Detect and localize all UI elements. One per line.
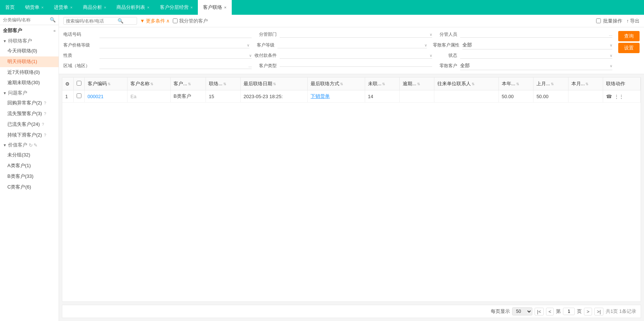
sidebar-item-b-class[interactable]: B类客户(33): [0, 171, 59, 182]
row-customer-type: B类客户: [171, 90, 206, 103]
nature-select[interactable]: ∨: [99, 53, 252, 59]
refresh-icon[interactable]: ↻: [29, 142, 33, 148]
sidebar-item-overdue-contact[interactable]: 逾期未联络(30): [0, 77, 59, 88]
contact-method-link[interactable]: 下销货单: [311, 93, 330, 99]
area-select[interactable]: ...: [99, 63, 252, 69]
sidebar-search-input[interactable]: [3, 17, 50, 23]
close-product-list-tab[interactable]: ×: [147, 5, 149, 10]
page-size-select[interactable]: 50 100 200: [512, 307, 532, 315]
filter-panel: 电话号码 分管部门 ∨ 分管人员 ... 客户价格等级: [59, 27, 644, 74]
row-last-contact-method[interactable]: 下销货单: [308, 90, 365, 103]
row-uncontacted: 14: [365, 90, 399, 103]
help-icon-1: ?: [44, 101, 46, 105]
sort-icon-year: ⇅: [516, 82, 519, 86]
query-button[interactable]: 查询: [618, 31, 640, 41]
more-icon[interactable]: ...: [609, 32, 612, 37]
sidebar-item-ungrouped[interactable]: 未分组(32): [0, 150, 59, 160]
all-customers-header[interactable]: 全部客户 «: [0, 25, 59, 36]
prev-page-btn[interactable]: <: [546, 308, 554, 315]
nav-customer-tiering[interactable]: 客户分层经营 ×: [155, 0, 198, 15]
group-value-customers[interactable]: ▼ 价值客户 ↻ ✎: [0, 140, 59, 150]
row-code: 000021: [84, 90, 127, 103]
close-customer-tiering-tab[interactable]: ×: [190, 5, 193, 10]
retail-select[interactable]: 全部 ∨: [460, 62, 612, 70]
last-page-btn[interactable]: >|: [594, 308, 603, 315]
page-number-input[interactable]: [563, 308, 575, 315]
nav-purchase[interactable]: 进货单 ×: [49, 0, 77, 15]
row-this-year: 50.00: [498, 90, 533, 103]
retail-label: 零散客户: [435, 63, 457, 69]
nav-customer-contact[interactable]: 客户联络 ×: [198, 0, 231, 15]
nav-product-analysis[interactable]: 商品分析 ×: [78, 0, 111, 15]
status-select[interactable]: ∨: [460, 53, 612, 59]
payment-select[interactable]: ∨: [280, 53, 432, 59]
sidebar-item-tomorrow-contact[interactable]: 明天待联络(1): [0, 56, 59, 67]
row-checkbox[interactable]: [73, 90, 84, 103]
price-level-select[interactable]: ∨: [99, 42, 249, 48]
table-header-row: ⚙ 客户编码⇅ 客户名称⇅ 客户...⇅ 联络...⇅ 最后联络日期⇅ 最后联络…: [62, 77, 641, 90]
my-customers-check[interactable]: [173, 18, 178, 23]
collapse-sidebar-icon[interactable]: «: [53, 28, 56, 33]
total-records: 共1页 1条记录: [606, 308, 636, 315]
select-all-checkbox[interactable]: [77, 81, 81, 86]
dept-select[interactable]: ∨: [280, 32, 432, 38]
retail-attr-select[interactable]: 全部 ∨: [462, 41, 612, 49]
nature-label: 性质: [63, 52, 97, 59]
reset-button[interactable]: 设置: [618, 43, 640, 53]
phone-input[interactable]: [99, 31, 252, 38]
first-page-btn[interactable]: |<: [535, 308, 544, 315]
edit-icon[interactable]: ✎: [34, 142, 38, 148]
sidebar-item-churned[interactable]: 已流失客户(24) ?: [0, 119, 59, 130]
sidebar-item-c-class[interactable]: C类客户(6): [0, 182, 59, 193]
export-btn[interactable]: ↑ 导出: [627, 18, 640, 24]
batch-check[interactable]: [596, 18, 601, 23]
customer-type-select[interactable]: [280, 65, 432, 67]
sidebar-item-declining[interactable]: 持续下滑客户(2) ?: [0, 130, 59, 141]
sort-icon-last-month: ⇅: [551, 82, 554, 86]
group-problem-customers[interactable]: ▼ 问题客户: [0, 88, 59, 98]
retail-attr-label: 零散客户属性: [430, 42, 459, 48]
col-settings[interactable]: ⚙: [62, 77, 73, 90]
main-search-input[interactable]: [66, 18, 118, 24]
chevron-down-icon: ∨: [430, 32, 432, 37]
arrow-icon-3: ▼: [3, 143, 7, 147]
sidebar-item-repurchase-abnormal[interactable]: 回购异常客户(2) ?: [0, 98, 59, 108]
nav-sales[interactable]: 销货单 ×: [20, 0, 49, 15]
phone-action-icon[interactable]: ☎: [606, 94, 612, 99]
nav-home[interactable]: 首页: [0, 0, 20, 15]
close-sales-tab[interactable]: ×: [41, 5, 43, 10]
col-this-year: 本年...⇅: [498, 77, 533, 90]
dept-label: 分管部门: [255, 31, 277, 38]
search-icon[interactable]: 🔍: [118, 18, 123, 24]
sidebar-search-icon[interactable]: 🔍: [50, 17, 56, 23]
top-nav: 首页 销货单 × 进货单 × 商品分析 × 商品分析列表 × 客户分层经营 × …: [0, 0, 644, 15]
nav-product-list[interactable]: 商品分析列表 ×: [111, 0, 154, 15]
help-icon-4: ?: [44, 133, 46, 137]
col-checkbox[interactable]: [73, 77, 84, 90]
row-select[interactable]: [77, 93, 81, 98]
batch-operation-btn[interactable]: 批量操作: [596, 18, 622, 24]
group-waiting-contact[interactable]: ▼ 待联络客户: [0, 36, 59, 46]
row-actions: ☎ ⋮⋮: [603, 90, 640, 103]
more-action-icon[interactable]: ⋮⋮: [614, 94, 624, 99]
help-icon-3: ?: [42, 122, 44, 127]
area-more-icon[interactable]: ...: [248, 63, 252, 68]
my-customers-checkbox[interactable]: 我分管的客户: [173, 18, 208, 24]
person-select[interactable]: ...: [460, 31, 612, 38]
col-customer-type: 客户...⇅: [171, 77, 206, 90]
sort-icon-overdue: ⇅: [417, 82, 420, 86]
next-page-btn[interactable]: >: [584, 308, 592, 315]
close-product-analysis-tab[interactable]: ×: [104, 5, 106, 10]
customer-level-select[interactable]: ∨: [277, 42, 427, 48]
close-purchase-tab[interactable]: ×: [70, 5, 72, 10]
sidebar-item-churn-warning[interactable]: 流失预警客户(3) ?: [0, 108, 59, 119]
sidebar-item-today-contact[interactable]: 今天待联络(0): [0, 46, 59, 56]
close-customer-contact-tab[interactable]: ×: [224, 5, 226, 10]
sidebar-item-7days-contact[interactable]: 近7天待联络(0): [0, 67, 59, 78]
table-area: ⚙ 客户编码⇅ 客户名称⇅ 客户...⇅ 联络...⇅ 最后联络日期⇅ 最后联络…: [62, 77, 641, 302]
col-last-month: 上月...⇅: [533, 77, 568, 90]
sidebar-item-a-class[interactable]: A类客户(1): [0, 160, 59, 171]
col-this-month: 本月...⇅: [568, 77, 603, 90]
table-row: 1 000021 Ea B类客户 15 2023-05-23 18:25: 下销…: [62, 90, 641, 103]
more-filter-btn[interactable]: ▼ 更多条件 ∧: [140, 18, 170, 24]
